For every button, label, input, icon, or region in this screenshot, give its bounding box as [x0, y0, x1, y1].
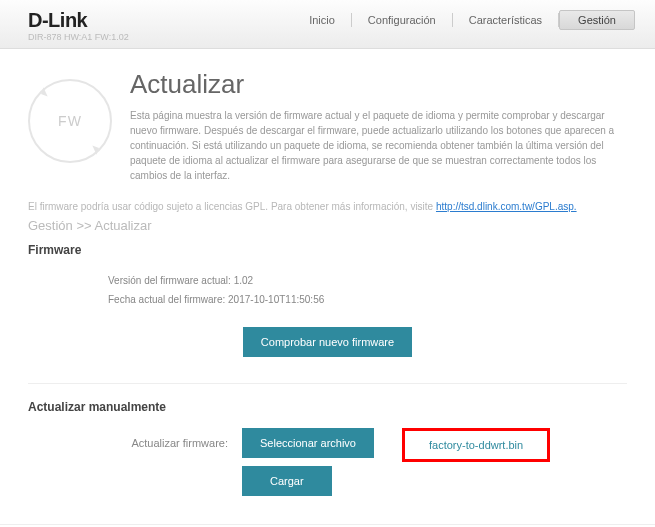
firmware-date-row: Fecha actual del firmware: 2017-10-10T11… — [108, 290, 627, 309]
breadcrumb: Gestión >> Actualizar — [28, 218, 627, 233]
section-divider — [28, 383, 627, 384]
nav-gestion[interactable]: Gestión — [559, 10, 635, 30]
upload-button[interactable]: Cargar — [242, 466, 332, 496]
nav-inicio[interactable]: Inicio — [293, 10, 351, 30]
refresh-arrow-icon — [92, 141, 105, 154]
content-area: FW Actualizar Esta página muestra la ver… — [0, 49, 655, 233]
manual-row: Actualizar firmware: Seleccionar archivo… — [28, 428, 627, 496]
selected-file-name: factory-to-ddwrt.bin — [402, 428, 550, 462]
hero-text: Actualizar Esta página muestra la versió… — [130, 61, 627, 183]
select-file-button[interactable]: Seleccionar archivo — [242, 428, 374, 458]
header-bar: D-Link DIR-878 HW:A1 FW:1.02 Inicio Conf… — [0, 0, 655, 49]
brand-block: D-Link DIR-878 HW:A1 FW:1.02 — [28, 10, 129, 42]
manual-heading: Actualizar manualmente — [28, 400, 627, 414]
firmware-icon: FW — [28, 79, 112, 163]
nav-caracteristicas[interactable]: Características — [453, 10, 558, 30]
firmware-version-row: Versión del firmware actual: 1.02 — [108, 271, 627, 290]
nav-configuracion[interactable]: Configuración — [352, 10, 452, 30]
manual-firmware-label: Actualizar firmware: — [28, 428, 228, 449]
gpl-note-text: El firmware podría usar código sujeto a … — [28, 201, 433, 212]
gpl-note: El firmware podría usar código sujeto a … — [28, 201, 627, 212]
check-firmware-row: Comprobar nuevo firmware — [28, 327, 627, 357]
firmware-version-label: Versión del firmware actual: — [108, 275, 231, 286]
firmware-date-label: Fecha actual del firmware: — [108, 294, 225, 305]
firmware-version-value: 1.02 — [234, 275, 253, 286]
refresh-arrow-icon — [34, 87, 47, 100]
gpl-link[interactable]: http://tsd.dlink.com.tw/GPL.asp. — [436, 201, 577, 212]
check-firmware-button[interactable]: Comprobar nuevo firmware — [243, 327, 412, 357]
brand-logo: D-Link — [28, 10, 129, 30]
firmware-icon-label: FW — [58, 113, 82, 129]
firmware-section: Firmware Versión del firmware actual: 1.… — [0, 233, 655, 377]
hero-row: FW Actualizar Esta página muestra la ver… — [28, 61, 627, 183]
firmware-heading: Firmware — [28, 243, 627, 257]
page-description: Esta página muestra la versión de firmwa… — [130, 108, 627, 183]
firmware-date-value: 2017-10-10T11:50:56 — [228, 294, 324, 305]
manual-buttons: Seleccionar archivo Cargar — [242, 428, 374, 496]
model-label: DIR-878 HW:A1 FW:1.02 — [28, 32, 129, 42]
manual-update-section: Actualizar manualmente Actualizar firmwa… — [0, 390, 655, 506]
top-nav: Inicio Configuración Características Ges… — [293, 10, 635, 30]
page-title: Actualizar — [130, 69, 627, 100]
